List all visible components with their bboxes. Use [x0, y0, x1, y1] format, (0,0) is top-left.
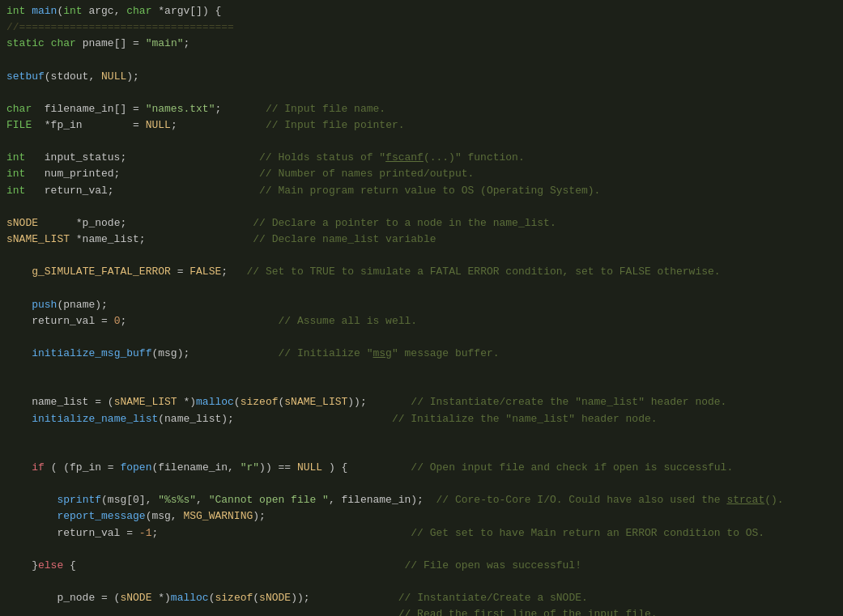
line-26: initialize_name_list(name_list); // Init…	[6, 411, 843, 427]
line-31: sprintf(msg[0], "%s%s", "Cannot open fil…	[6, 492, 843, 508]
line-23	[6, 362, 843, 378]
line-15: sNAME_LIST *name_list; // Declare name_l…	[6, 232, 843, 248]
line-28	[6, 444, 843, 460]
line-7: char filename_in[] = "names.txt"; // Inp…	[6, 101, 843, 117]
line-30	[6, 476, 843, 492]
line-37: p_node = (sNODE *)malloc(sizeof(sNODE));…	[6, 590, 843, 606]
line-34	[6, 542, 843, 558]
line-25: name_list = (sNAME_LIST *)malloc(sizeof(…	[6, 394, 843, 410]
line-14: sNODE *p_node; // Declare a pointer to a…	[6, 215, 843, 232]
line-17: g_SIMULATE_FATAL_ERROR = FALSE; // Set t…	[6, 264, 843, 280]
line-3: static char pname[] = "main";	[6, 36, 843, 52]
line-36	[6, 574, 843, 590]
line-24	[6, 378, 843, 394]
line-20: return_val = 0; // Assume all is well.	[6, 313, 843, 329]
line-35: }else { // File open was successful!	[6, 558, 843, 574]
line-29: if ( (fp_in = fopen(filename_in, "r")) =…	[6, 460, 843, 476]
line-21	[6, 329, 843, 346]
line-19: push(pname);	[6, 297, 843, 313]
line-27	[6, 427, 843, 444]
line-22: initialize_msg_buff(msg); // Initialize …	[6, 346, 843, 362]
line-8: FILE *fp_in = NULL; // Input file pointe…	[6, 117, 843, 134]
line-12: int return_val; // Main program return v…	[6, 183, 843, 199]
line-2: //==================================	[6, 19, 843, 36]
line-9	[6, 134, 843, 150]
line-10: int input_status; // Holds status of "fs…	[6, 150, 843, 166]
line-18	[6, 280, 843, 296]
line-13	[6, 199, 843, 215]
line-16	[6, 248, 843, 264]
line-5: setbuf(stdout, NULL);	[6, 69, 843, 85]
line-32: report_message(msg, MSG_WARNING);	[6, 508, 843, 525]
line-6	[6, 85, 843, 101]
line-11: int num_printed; // Number of names prin…	[6, 166, 843, 182]
line-4	[6, 52, 843, 68]
line-1: int main(int argc, char *argv[]) {	[6, 3, 843, 19]
code-editor: int main(int argc, char *argv[]) { //===…	[0, 0, 843, 616]
line-38: // Read the first line of the input file…	[6, 606, 843, 616]
line-33: return_val = -1; // Get set to have Main…	[6, 525, 843, 542]
